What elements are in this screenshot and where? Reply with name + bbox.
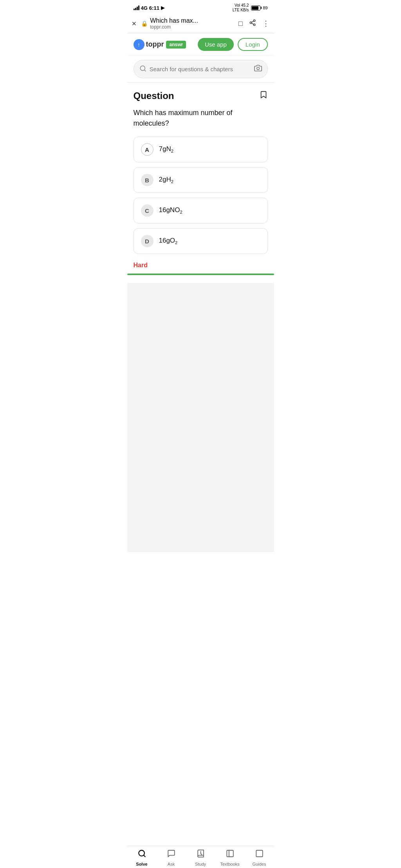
vol-lte: Vol 45.2 LTE KB/s [233, 3, 249, 13]
bookmark-question-icon[interactable] [259, 90, 268, 101]
option-a-text: 7gN2 [159, 145, 173, 153]
study-icon [196, 849, 205, 860]
option-d-text: 16gO2 [159, 237, 178, 245]
solve-icon [137, 849, 146, 860]
camera-icon[interactable] [254, 64, 262, 74]
battery-fill [252, 6, 258, 10]
svg-point-7 [256, 67, 259, 70]
bottom-nav: Solve Ask Study Textbooks [127, 846, 274, 868]
browser-close-button[interactable]: × [132, 19, 137, 28]
signal-bars [134, 5, 139, 10]
toppr-name: toppr [146, 40, 164, 49]
option-d[interactable]: D 16gO2 [134, 228, 268, 254]
browser-actions: □ ⋮ [238, 19, 269, 28]
svg-rect-10 [227, 850, 233, 857]
study-label: Study [195, 862, 206, 866]
option-c-label: C [141, 204, 154, 217]
difficulty-badge: Hard [134, 262, 268, 269]
guides-icon [255, 849, 264, 860]
login-button[interactable]: Login [238, 38, 268, 51]
textbooks-label: Textbooks [220, 862, 240, 866]
toppr-header: ↑ toppr answr Use app Login [127, 33, 274, 56]
option-b[interactable]: B 2gH2 [134, 167, 268, 193]
search-container [127, 56, 274, 83]
option-d-label: D [141, 235, 154, 247]
signal-bar-1 [134, 9, 135, 10]
svg-line-4 [251, 21, 253, 22]
option-b-text: 2gH2 [159, 176, 173, 184]
signal-bar-3 [137, 7, 138, 10]
svg-line-3 [251, 23, 253, 24]
option-a-label: A [141, 143, 154, 156]
search-icon [139, 65, 146, 74]
nav-solve[interactable]: Solve [127, 849, 157, 866]
toppr-logo: ↑ toppr [134, 39, 164, 50]
signal-bar-2 [135, 8, 136, 10]
status-left: 4G 6:11 ▶ [134, 5, 164, 11]
textbooks-icon [226, 849, 234, 860]
guides-label: Guides [253, 862, 266, 866]
question-header: Question [134, 90, 268, 101]
browser-url-area: 🔒 Which has max... toppr.com [141, 17, 233, 30]
answr-badge: answr [166, 41, 186, 49]
ask-label: Ask [168, 862, 175, 866]
recording-icon: ▶ [161, 5, 164, 11]
url-text-area: Which has max... toppr.com [150, 17, 198, 30]
nav-ask[interactable]: Ask [157, 849, 186, 866]
use-app-button[interactable]: Use app [198, 38, 234, 51]
toppr-arrow-icon: ↑ [134, 39, 145, 50]
solve-label: Solve [136, 862, 147, 866]
header-buttons: Use app Login [198, 38, 268, 51]
lock-icon: 🔒 [141, 20, 148, 27]
ask-icon [167, 849, 175, 860]
search-input[interactable] [150, 66, 251, 72]
question-text: Which has maximum number of molecules? [134, 108, 268, 129]
nav-guides[interactable]: Guides [245, 849, 274, 866]
status-bar: 4G 6:11 ▶ Vol 45.2 LTE KB/s 89 [127, 0, 274, 14]
svg-rect-12 [256, 850, 263, 857]
search-bar[interactable] [134, 60, 268, 78]
option-c-text: 16gNO2 [159, 206, 182, 214]
battery-icon [251, 5, 260, 11]
url-domain: toppr.com [150, 24, 198, 30]
browser-bar: × 🔒 Which has max... toppr.com □ ⋮ [127, 14, 274, 33]
progress-bar [127, 274, 274, 275]
status-right: Vol 45.2 LTE KB/s 89 [233, 3, 268, 13]
battery-percent: 89 [263, 5, 267, 10]
share-icon[interactable] [249, 19, 256, 28]
nav-study[interactable]: Study [186, 849, 215, 866]
option-c[interactable]: C 16gNO2 [134, 198, 268, 223]
option-b-label: B [141, 174, 154, 186]
network-type: 4G [141, 5, 148, 11]
time-display: 6:11 [149, 5, 159, 11]
question-label: Question [134, 90, 174, 101]
more-options-icon[interactable]: ⋮ [262, 19, 269, 28]
question-section: Question Which has maximum number of mol… [127, 83, 274, 283]
option-a[interactable]: A 7gN2 [134, 137, 268, 162]
page-title: Which has max... [150, 17, 198, 24]
main-content: Question Which has maximum number of mol… [127, 83, 274, 552]
bookmark-browser-icon[interactable]: □ [238, 20, 243, 28]
svg-line-6 [144, 70, 145, 71]
nav-textbooks[interactable]: Textbooks [215, 849, 245, 866]
signal-bar-4 [138, 5, 139, 10]
options-list: A 7gN2 B 2gH2 C 16gNO2 D 16gO2 [134, 137, 268, 254]
svg-line-9 [143, 855, 145, 857]
toppr-brand: ↑ toppr answr [134, 39, 186, 50]
